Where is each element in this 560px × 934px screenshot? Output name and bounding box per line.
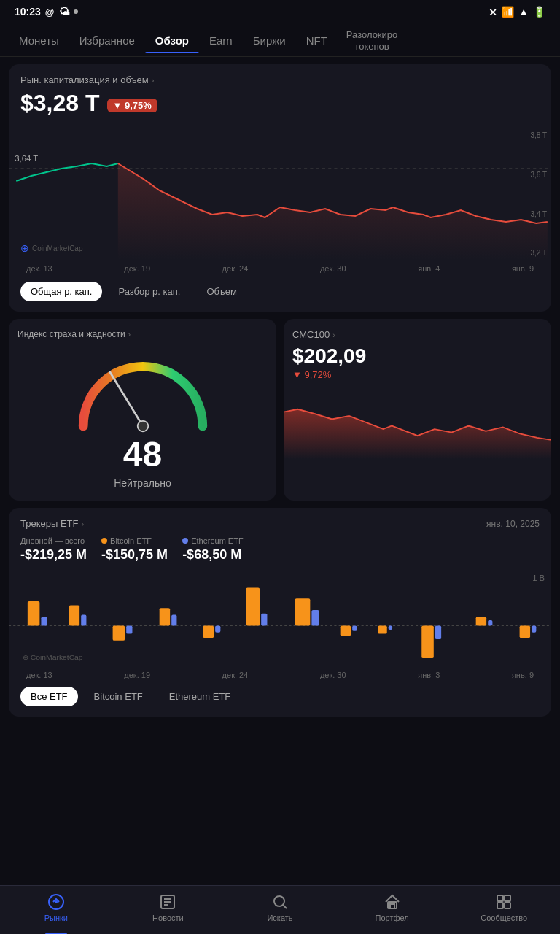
nav-community-label: Сообщество [481, 914, 527, 922]
svg-rect-16 [171, 615, 176, 626]
fear-greed-label: Нейтрально [18, 477, 268, 489]
chevron-right-icon-3: › [332, 331, 335, 339]
market-cap-card: Рын. капитализация и объем › $3,28 T ▼ 9… [9, 64, 551, 312]
nav-markets[interactable]: Рынки [27, 893, 85, 922]
svg-rect-44 [497, 895, 503, 901]
svg-rect-22 [311, 610, 319, 625]
etf-stats: Дневной — всего -$219,25 M Bitcoin ETF -… [20, 536, 540, 563]
nav-search[interactable]: Искать [251, 893, 309, 922]
news-icon [159, 893, 176, 911]
search-icon [271, 893, 289, 911]
nav-search-label: Искать [267, 914, 292, 922]
etf-bitcoin-stat: Bitcoin ETF -$150,75 M [101, 536, 168, 563]
ethereum-etf-dot [182, 538, 188, 544]
svg-point-5 [137, 421, 148, 432]
svg-rect-18 [215, 626, 220, 633]
market-cap-tabs: Общая р. кап. Разбор р. кап. Объем [20, 282, 540, 301]
status-time: 10:23 [15, 6, 41, 18]
etf-tracker-card: Трекеры ETF › янв. 10, 2025 Дневной — вс… [9, 508, 551, 717]
svg-rect-26 [389, 626, 392, 630]
svg-rect-14 [126, 626, 132, 634]
svg-rect-13 [113, 626, 125, 641]
svg-rect-47 [505, 903, 510, 908]
svg-rect-24 [352, 626, 357, 631]
nav-item-exchanges[interactable]: Биржи [243, 28, 296, 53]
etf-daily-total: Дневной — всего -$219,25 M [20, 536, 87, 563]
tab-volume[interactable]: Объем [196, 282, 246, 301]
svg-rect-28 [435, 626, 441, 640]
market-icon [47, 893, 65, 911]
nav-community[interactable]: Сообщество [475, 893, 533, 922]
etf-title[interactable]: Трекеры ETF › [20, 518, 84, 529]
status-icon-m: @ [45, 7, 55, 18]
svg-rect-32 [532, 626, 536, 633]
svg-text:3,64 T: 3,64 T [15, 154, 38, 163]
svg-rect-15 [160, 608, 170, 625]
cmc100-title[interactable]: СМС100 › [292, 329, 542, 340]
etf-bar-chart: 1 B [9, 573, 551, 668]
nav-item-nft[interactable]: NFT [296, 28, 338, 53]
status-icon-weather: 🌤 [59, 6, 69, 18]
battery-icon: 🔋 [533, 6, 545, 18]
tab-ethereum-etf[interactable]: Ethereum ETF [159, 687, 241, 706]
chevron-right-icon: › [152, 76, 155, 85]
nav-item-overview[interactable]: Обзор [145, 28, 199, 53]
nav-portfolio-label: Портфел [375, 914, 408, 922]
svg-rect-11 [69, 606, 79, 626]
nav-item-favorites[interactable]: Избранное [69, 28, 145, 53]
tab-total-market-cap[interactable]: Общая р. кап. [20, 282, 102, 301]
status-bar: 10:23 @ 🌤 ⨯ 📶 ▲ 🔋 [0, 0, 560, 20]
market-cap-chart: 3,8 T 3,6 T 3,4 T 3,2 T 3,64 T [9, 128, 551, 260]
tab-market-cap-breakdown[interactable]: Разбор р. кап. [108, 282, 190, 301]
nav-item-unlock-tokens[interactable]: Разолокиротокенов [338, 25, 406, 56]
svg-line-41 [283, 905, 287, 908]
market-cap-title[interactable]: Рын. капитализация и объем › [20, 74, 540, 85]
fear-greed-title[interactable]: Индекс страха и жадности › [18, 329, 268, 339]
market-cap-change: ▼ 9,75% [107, 99, 158, 112]
etf-x-axis: дек. 13 дек. 19 дек. 24 дек. 30 янв. 3 я… [20, 668, 540, 679]
nav-portfolio[interactable]: Портфел [363, 893, 421, 922]
y-label-1: 3,8 T [530, 131, 547, 139]
svg-rect-23 [341, 626, 351, 636]
cmc100-value: $202,09 [292, 344, 542, 368]
etf-date: янв. 10, 2025 [486, 519, 540, 529]
svg-rect-45 [505, 895, 510, 901]
nav-item-coins[interactable]: Монеты [9, 28, 69, 53]
portfolio-icon [384, 893, 401, 911]
svg-rect-10 [41, 617, 47, 626]
chevron-right-icon-4: › [81, 520, 84, 528]
svg-rect-42 [388, 902, 397, 908]
wifi-icon: ▲ [518, 6, 529, 18]
etf-header: Трекеры ETF › янв. 10, 2025 [20, 518, 540, 529]
svg-rect-17 [203, 626, 214, 638]
y-label-2: 3,6 T [530, 171, 547, 179]
market-cap-x-axis: дек. 13 дек. 19 дек. 24 дек. 30 янв. 4 я… [20, 260, 540, 273]
y-label-3: 3,4 T [530, 210, 547, 218]
cmc100-chart [284, 386, 551, 459]
tab-bitcoin-etf[interactable]: Bitcoin ETF [84, 687, 153, 706]
community-icon [495, 893, 513, 911]
nav-news-label: Новости [152, 914, 184, 922]
etf-ethereum-stat: Ethereum ETF -$68,50 M [182, 536, 244, 563]
svg-point-40 [274, 896, 284, 906]
svg-rect-21 [295, 598, 311, 625]
y-label-4: 3,2 T [530, 249, 547, 257]
etf-ethereum-value: -$68,50 M [182, 547, 244, 563]
fear-greed-cmc100-row: Индекс страха и жадности › [9, 319, 551, 501]
nav-item-earn[interactable]: Earn [199, 28, 243, 53]
bottom-navigation: Рынки Новости Искать Портфел [0, 885, 560, 934]
svg-rect-25 [378, 626, 386, 634]
tab-all-etf[interactable]: Все ETF [20, 687, 78, 706]
bluetooth-icon: ⨯ [489, 6, 497, 18]
cmc100-change: ▼ 9,72% [292, 369, 542, 380]
etf-daily-total-value: -$219,25 M [20, 547, 87, 563]
etf-bitcoin-value: -$150,75 M [101, 547, 168, 563]
svg-marker-2 [118, 163, 548, 260]
svg-rect-29 [476, 617, 486, 626]
signal-icon: 📶 [502, 6, 514, 18]
svg-text:⊕ CoinMarketCap: ⊕ CoinMarketCap [23, 654, 84, 661]
nav-news[interactable]: Новости [139, 893, 197, 922]
fear-greed-card: Индекс страха и жадности › [9, 319, 276, 501]
top-navigation: Монеты Избранное Обзор Earn Биржи NFT Ра… [0, 20, 560, 57]
svg-rect-19 [246, 588, 260, 626]
